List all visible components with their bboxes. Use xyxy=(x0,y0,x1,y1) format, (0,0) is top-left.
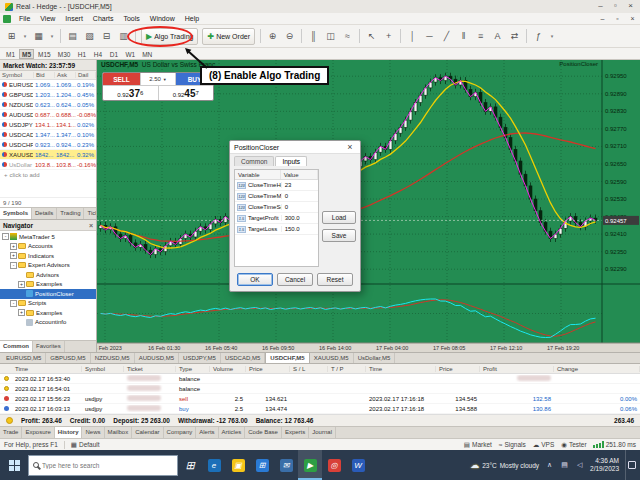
market-watch-tab-tick[interactable]: Tick xyxy=(84,208,96,219)
expand-icon[interactable]: + xyxy=(18,281,25,288)
status-link-market[interactable]: ▤Market xyxy=(464,441,492,449)
toolbox-tab-exposure[interactable]: Exposure xyxy=(22,427,54,438)
toolbox-icon[interactable]: ▥ xyxy=(116,29,131,44)
taskbar-weather[interactable]: ☁ 23°C Mostly cloudy xyxy=(470,460,539,470)
profiles-dropdown-icon[interactable]: ▾ xyxy=(48,29,56,44)
child-close-button[interactable]: × xyxy=(625,14,640,24)
navigator-item-examples[interactable]: +Examples xyxy=(0,308,96,318)
profiles-icon[interactable]: ▦ xyxy=(31,29,46,44)
crosshair-icon[interactable]: + xyxy=(381,29,396,44)
chart-tab-gbpusd-m5[interactable]: GBPUSD,M5 xyxy=(46,353,90,363)
cancel-button[interactable]: Cancel xyxy=(277,273,313,286)
ok-button[interactable]: OK xyxy=(237,273,273,286)
chart-tab-audusd-m5[interactable]: AUDUSD,M5 xyxy=(135,353,179,363)
cursor-icon[interactable]: ↖ xyxy=(364,29,379,44)
connection-status[interactable]: 251.80 ms xyxy=(593,441,636,448)
market-watch-row[interactable]: USDJPY134.1...134.1...0.02% xyxy=(0,120,96,130)
notification-center-button[interactable] xyxy=(625,450,638,480)
chart-tab-usdcad-m5[interactable]: USDCAD,M5 xyxy=(221,353,265,363)
navigator-item-metatrader-5[interactable]: -MetaTrader 5 xyxy=(0,232,96,242)
toolbox-tab-history[interactable]: History xyxy=(55,427,83,438)
dialog-close-icon[interactable]: × xyxy=(344,142,356,152)
market-watch-tab-symbols[interactable]: Symbols xyxy=(0,208,32,219)
expand-icon[interactable]: + xyxy=(18,309,25,316)
volume-icon[interactable]: ◁ xyxy=(575,461,584,469)
dialog-title-bar[interactable]: PositionCloser × xyxy=(230,141,360,154)
task-view-icon[interactable]: ⊞ xyxy=(178,450,202,480)
menu-view[interactable]: View xyxy=(35,15,60,22)
timeframe-d1[interactable]: D1 xyxy=(106,49,121,59)
chart-tab-eurusd-m5[interactable]: EURUSD,M5 xyxy=(2,353,46,363)
network-icon[interactable]: ▤ xyxy=(560,461,569,469)
timeframe-mn[interactable]: MN xyxy=(139,49,155,59)
chart-tab-usdchf-m5[interactable]: USDCHF,M5 xyxy=(265,352,309,363)
history-column-type[interactable]: Type xyxy=(176,366,210,372)
title-bar[interactable]: Real - Hedge - - [USDCHF,M5] – ▫ × xyxy=(0,0,640,13)
toolbox-tab-calendar[interactable]: Calendar xyxy=(132,427,163,438)
collapse-icon[interactable]: - xyxy=(10,300,17,307)
toolbox-tab-code-base[interactable]: Code Base xyxy=(245,427,282,438)
chrome-icon[interactable]: ◎ xyxy=(322,450,346,480)
profile-selector[interactable]: ▦Default xyxy=(71,441,100,449)
market-watch-row[interactable]: USDCHF0.923...0.924...0.23% xyxy=(0,140,96,150)
navigator-icon[interactable]: ⊟ xyxy=(99,29,114,44)
timeframe-w1[interactable]: W1 xyxy=(122,49,138,59)
menu-insert[interactable]: Insert xyxy=(60,15,88,22)
new-chart-dropdown-icon[interactable]: ▾ xyxy=(21,29,29,44)
navigator-tab-favorites[interactable]: Favorites xyxy=(33,341,65,352)
history-column-time[interactable]: Time xyxy=(366,366,436,372)
candlestick-chart-icon[interactable]: ◫ xyxy=(323,29,338,44)
collapse-icon[interactable]: - xyxy=(2,233,9,240)
market-watch-header[interactable]: Market Watch: 23:57:59 xyxy=(0,60,96,71)
navigator-tab-common[interactable]: Common xyxy=(0,341,33,352)
toolbox-tab-journal[interactable]: Journal xyxy=(309,427,336,438)
data-window-icon[interactable]: ▧ xyxy=(82,29,97,44)
fibonacci-icon[interactable]: ≡ xyxy=(473,29,488,44)
menu-tools[interactable]: Tools xyxy=(118,15,144,22)
chart-tab-nzdusd-m5[interactable]: NZDUSD,M5 xyxy=(91,353,135,363)
history-row[interactable]: 2023.02.17 16:53:40balance xyxy=(0,374,640,384)
market-watch-column-symbol[interactable]: Symbol xyxy=(0,72,34,78)
navigator-item-scripts[interactable]: -Scripts xyxy=(0,299,96,309)
collapse-icon[interactable]: - xyxy=(10,262,17,269)
menu-file[interactable]: File xyxy=(14,15,35,22)
status-link-tester[interactable]: ◉Tester xyxy=(561,441,586,449)
buy-price[interactable]: 0.92457 xyxy=(158,86,214,100)
menu-window[interactable]: Window xyxy=(145,15,180,22)
market-watch-column-dail[interactable]: Dail xyxy=(76,72,96,78)
value-cell[interactable]: 300.0 xyxy=(281,215,318,221)
mail-icon[interactable]: ✉ xyxy=(274,450,298,480)
file-explorer-icon[interactable]: ▣ xyxy=(226,450,250,480)
toolbox-tab-trade[interactable]: Trade xyxy=(0,427,22,438)
value-cell[interactable]: 0 xyxy=(281,193,318,199)
toolbox-tab-mailbox[interactable]: Mailbox xyxy=(105,427,133,438)
value-cell[interactable]: 23 xyxy=(281,182,318,188)
navigator-item-examples[interactable]: +Examples xyxy=(0,280,96,290)
text-label-icon[interactable]: A xyxy=(490,29,505,44)
navigator-item-advisors[interactable]: Advisors xyxy=(0,270,96,280)
dialog-tab-inputs[interactable]: Inputs xyxy=(275,156,307,166)
start-button[interactable] xyxy=(0,450,28,480)
sell-price[interactable]: 0.92376 xyxy=(103,86,158,100)
reset-button[interactable]: Reset xyxy=(317,273,353,286)
timeframe-m1[interactable]: M1 xyxy=(3,49,18,59)
market-watch-column-bid[interactable]: Bid xyxy=(34,72,55,78)
store-icon[interactable]: ⊞ xyxy=(250,450,274,480)
chart-tab-usdjpy-m5[interactable]: USDJPY,M5 xyxy=(179,353,221,363)
navigator-close-icon[interactable]: × xyxy=(89,222,93,229)
market-watch-row[interactable]: XAUUSD1842...1842...0.32% xyxy=(0,150,96,160)
timeframe-h1[interactable]: H1 xyxy=(74,49,89,59)
value-cell[interactable]: 150.0 xyxy=(281,226,318,232)
load-button[interactable]: Load xyxy=(322,211,356,224)
bar-chart-icon[interactable]: ║ xyxy=(306,29,321,44)
indicators-dropdown-icon[interactable]: ▾ xyxy=(548,29,556,44)
value-cell[interactable]: 0 xyxy=(281,204,318,210)
zoom-in-icon[interactable]: ⊕ xyxy=(265,29,280,44)
history-row[interactable]: 2023.02.17 16:54:01balance xyxy=(0,384,640,394)
search-input[interactable] xyxy=(42,462,173,469)
minimize-button[interactable]: – xyxy=(593,1,608,12)
history-column-time[interactable]: Time xyxy=(12,366,82,372)
timeframe-m30[interactable]: M30 xyxy=(55,49,74,59)
menu-charts[interactable]: Charts xyxy=(88,15,119,22)
navigator-header[interactable]: Navigator × xyxy=(0,220,96,231)
